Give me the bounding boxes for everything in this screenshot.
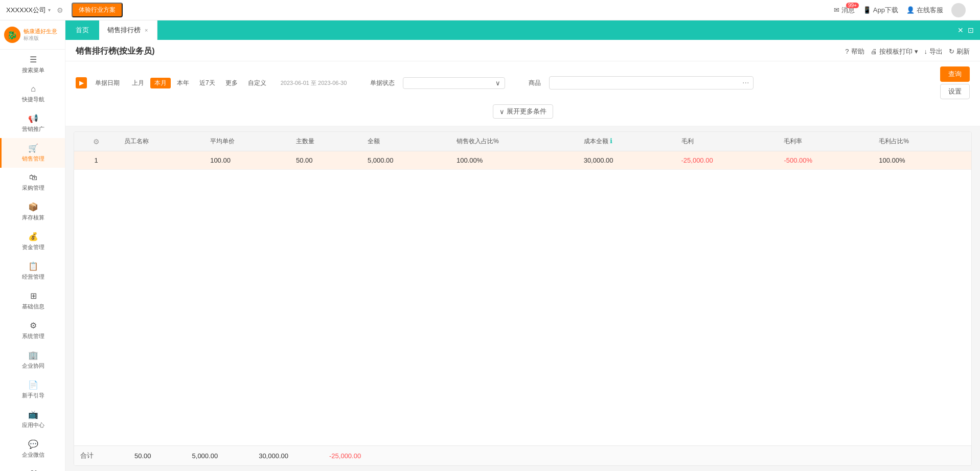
sidebar-label-quick-nav: 快捷导航 [22, 96, 44, 103]
footer-gross: -25,000.00 [329, 452, 361, 460]
search-menu-icon: ☰ [30, 55, 37, 64]
avatar[interactable] [951, 3, 966, 17]
messages-badge: 99+ [846, 3, 859, 8]
message-icon: ✉ [834, 6, 839, 14]
filter-tab-7days[interactable]: 近7天 [195, 78, 219, 88]
trial-button[interactable]: 体验行业方案 [72, 3, 123, 17]
settings-icon[interactable]: ⚙ [57, 6, 63, 14]
col-gear: ⚙ [74, 132, 118, 151]
tab-home[interactable]: 首页 [65, 20, 99, 40]
sidebar-item-purchase[interactable]: 🛍 采购管理 [0, 168, 65, 197]
cost-info-icon[interactable]: ℹ [610, 137, 612, 145]
footer-label: 合计 [80, 451, 94, 460]
logo-icon: 🐉 [4, 27, 20, 43]
sidebar-item-sales[interactable]: 🛒 销售管理 [0, 138, 65, 168]
expand-row: ∨ 展开更多条件 [76, 101, 970, 121]
goods-select[interactable]: ··· [549, 76, 754, 89]
sidebar-item-guide[interactable]: 📄 新手引导 [0, 375, 65, 405]
sidebar-item-finance[interactable]: 💰 资金管理 [0, 227, 65, 256]
marketing-icon: 📢 [28, 114, 38, 123]
cell-gross-pct: 100.00% [873, 151, 971, 170]
print-arrow-icon: ▾ [915, 48, 918, 55]
refresh-button[interactable]: ↻ 刷新 [949, 47, 970, 56]
page-actions: ? 帮助 🖨 按模板打印 ▾ ↓ 导出 ↻ [845, 47, 970, 56]
col-employee-name: 员工名称 [118, 132, 204, 151]
sidebar-label-system: 系统管理 [22, 332, 44, 340]
sidebar-label-sales: 销售管理 [22, 155, 44, 163]
cell-gross-rate: -500.00% [778, 151, 873, 170]
system-icon: ⚙ [30, 321, 37, 330]
maximize-icon[interactable]: ⊡ [968, 26, 974, 34]
col-avg-price: 平均单价 [204, 132, 290, 151]
sidebar-item-operations[interactable]: 📋 经营管理 [0, 256, 65, 286]
filter-collapse-btn[interactable]: ▶ [76, 77, 87, 88]
sidebar-label-basic: 基础信息 [22, 303, 44, 310]
tab-close-icon[interactable]: × [144, 26, 149, 34]
status-select[interactable]: ∨ [403, 77, 505, 89]
sidebar-label-purchase: 采购管理 [22, 184, 44, 192]
filter-tab-more[interactable]: 更多 [221, 78, 242, 88]
sidebar-item-quick-nav[interactable]: ⌂ 快捷导航 [0, 79, 65, 108]
tab-sales-ranking[interactable]: 销售排行榜 × [99, 20, 157, 40]
sidebar-label-marketing: 营销推广 [22, 125, 44, 133]
settings-button[interactable]: 设置 [940, 84, 970, 99]
sidebar-item-inventory[interactable]: 📦 库存核算 [0, 197, 65, 227]
col-gross: 毛利 [675, 132, 778, 151]
print-button[interactable]: 🖨 按模板打印 ▾ [871, 47, 918, 56]
col-sales-pct: 销售收入占比% [450, 132, 578, 151]
sales-icon: 🛒 [28, 143, 38, 153]
col-amount: 全额 [361, 132, 450, 151]
content-area: 首页 销售排行榜 × ✕ ⊡ 销售排行榜(按业务员) ? 帮助 [65, 20, 980, 471]
sidebar-item-basic[interactable]: ⊞ 基础信息 [0, 286, 65, 316]
table-footer: 合计 50.00 5,000.00 30,000.00 -25,000.00 [74, 445, 971, 465]
help-button[interactable]: ? 帮助 [845, 47, 864, 56]
print-label: 按模板打印 [879, 47, 913, 56]
sidebar-item-wechat[interactable]: 💬 企业微信 [0, 434, 65, 464]
app-label: App下载 [873, 6, 898, 15]
company-selector[interactable]: XXXXXX公司 ▾ [6, 6, 51, 15]
status-label: 单据状态 [370, 79, 395, 87]
table-row: 1 100.00 50.00 5,000.00 100.00% 30,000.0… [74, 151, 971, 170]
service-icon: 👤 [906, 6, 915, 14]
export-button[interactable]: ↓ 导出 [924, 47, 943, 56]
online-service-button[interactable]: 👤 在线客服 [906, 6, 943, 15]
goods-dots-icon: ··· [742, 78, 749, 87]
help-icon: ? [845, 48, 849, 55]
operations-icon: 📋 [28, 261, 38, 271]
sidebar-item-enterprise[interactable]: 🏢 企业协同 [0, 345, 65, 375]
col-gross-rate: 毛利率 [778, 132, 873, 151]
messages-button[interactable]: ✉ 消息 99+ [834, 6, 855, 15]
sidebar-label-operations: 经营管理 [22, 273, 44, 281]
expand-conditions-button[interactable]: ∨ 展开更多条件 [493, 104, 553, 119]
service-label: 在线客服 [917, 6, 943, 15]
print-icon: 🖨 [871, 48, 877, 55]
page-content: 销售排行榜(按业务员) ? 帮助 🖨 按模板打印 ▾ ↓ [65, 40, 980, 471]
filter-right-buttons: 查询 设置 [940, 66, 970, 99]
cell-avg-price: 100.00 [204, 151, 290, 170]
footer-amount: 5,000.00 [192, 452, 218, 460]
app-icon: 📱 [863, 6, 871, 14]
sidebar-item-system[interactable]: ⚙ 系统管理 [0, 316, 65, 345]
cell-cost: 30,000.00 [578, 151, 675, 170]
filter-tab-prev[interactable]: 上月 [128, 78, 148, 88]
home-icon: ⌂ [31, 84, 36, 94]
sidebar-item-appstore[interactable]: 📺 应用中心 [0, 405, 65, 434]
sidebar-label-appstore: 应用中心 [22, 421, 44, 429]
close-window-icon[interactable]: ✕ [958, 26, 964, 34]
query-button[interactable]: 查询 [940, 66, 970, 82]
status-arrow-icon: ∨ [495, 79, 500, 87]
enterprise-icon: 🏢 [28, 350, 38, 360]
cell-amount: 5,000.00 [361, 151, 450, 170]
cell-qty: 50.00 [290, 151, 361, 170]
inventory-icon: 📦 [28, 202, 38, 212]
sidebar-item-member[interactable]: V 畅会员 [0, 464, 65, 471]
filter-tab-cur[interactable]: 本月 [150, 78, 171, 88]
filter-tab-custom[interactable]: 自定义 [244, 78, 270, 88]
filter-tab-year[interactable]: 本年 [173, 78, 193, 88]
column-settings-icon[interactable]: ⚙ [93, 138, 100, 146]
app-download-button[interactable]: 📱 App下载 [863, 6, 898, 15]
footer-cost: 30,000.00 [259, 452, 288, 460]
sidebar-item-marketing[interactable]: 📢 营销推广 [0, 108, 65, 138]
cell-sales-pct: 100.00% [450, 151, 578, 170]
sidebar-item-search[interactable]: ☰ 搜索菜单 [0, 50, 65, 79]
